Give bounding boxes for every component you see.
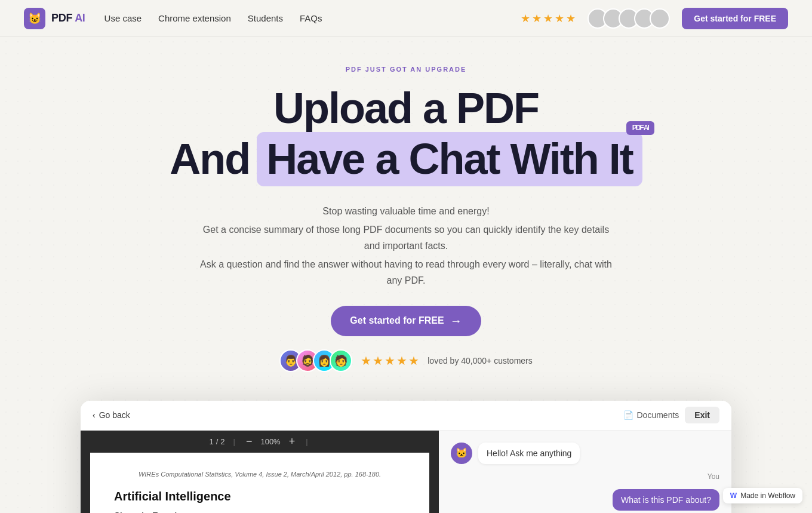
zoom-out-button[interactable]: − bbox=[244, 435, 255, 448]
pdf-page-info: 1 / 2 bbox=[209, 437, 224, 446]
hero-subtitle: Stop wasting valuable time and energy! G… bbox=[197, 203, 615, 289]
webflow-badge[interactable]: W Made in Webflow bbox=[723, 488, 802, 503]
pdf-toolbar: 1 / 2 | − 100% + | bbox=[81, 431, 439, 453]
social-proof: 👨 🧔 👩 🧑 ★ ★ ★ ★ ★ loved by 40,000+ custo… bbox=[12, 349, 800, 372]
user-message-bubble: What is this PDF about? bbox=[613, 489, 719, 511]
loved-text: loved by 40,000+ customers bbox=[427, 356, 533, 365]
chat-ai-greeting: 🐱 Hello! Ask me anything bbox=[451, 443, 719, 464]
h-star-1: ★ bbox=[361, 354, 371, 368]
hero-cta-button[interactable]: Get started for FREE → bbox=[331, 306, 481, 336]
star-3: ★ bbox=[543, 12, 553, 25]
nav-avatar-5 bbox=[650, 8, 670, 29]
h-star-3: ★ bbox=[385, 354, 395, 368]
star-4: ★ bbox=[555, 12, 564, 25]
hero-highlight-text: Have a Chat With It bbox=[266, 135, 632, 183]
go-back-label: Go back bbox=[99, 410, 130, 420]
nav-stars: ★ ★ ★ ★ ★ bbox=[521, 12, 576, 25]
documents-button[interactable]: 📄 Documents bbox=[623, 410, 679, 420]
app-topbar: ‹ Go back 📄 Documents Exit bbox=[81, 401, 731, 431]
page-sep: / bbox=[216, 437, 219, 446]
chevron-left-icon: ‹ bbox=[93, 410, 96, 420]
hero-stars: ★ ★ ★ ★ ★ bbox=[361, 354, 419, 368]
nav-link-faqs[interactable]: FAQs bbox=[300, 13, 322, 23]
page-current: 1 bbox=[209, 437, 213, 446]
nav-cta-button[interactable]: Get started for FREE bbox=[682, 8, 788, 29]
pdf-ai-badge: PDF AI bbox=[626, 121, 654, 134]
hero-highlight: Have a Chat With It PDF AI bbox=[257, 132, 642, 186]
arrow-icon: → bbox=[450, 314, 462, 328]
pdf-toolbar-inner: 1 / 2 | − 100% + | bbox=[209, 435, 310, 448]
hero-avatar-4: 🧑 bbox=[330, 349, 352, 372]
hero-subtitle-line3: Ask a question and find the answer witho… bbox=[197, 256, 615, 288]
logo-icon: 😺 bbox=[24, 8, 45, 29]
pdf-author: Gheorghe Tecuci bbox=[114, 511, 405, 513]
navbar: 😺 PDF AI Use case Chrome extension Stude… bbox=[0, 0, 812, 37]
nav-left: 😺 PDF AI Use case Chrome extension Stude… bbox=[24, 8, 322, 29]
ai-avatar: 🐱 bbox=[451, 443, 472, 464]
nav-right: ★ ★ ★ ★ ★ Get started for FREE bbox=[521, 8, 788, 29]
zoom-in-button[interactable]: + bbox=[287, 435, 298, 448]
document-icon: 📄 bbox=[623, 410, 633, 420]
hero-avatars: 👨 🧔 👩 🧑 bbox=[279, 349, 352, 372]
nav-link-use-case[interactable]: Use case bbox=[104, 13, 142, 23]
hero-section: PDF JUST GOT AN UPGRADE Upload a PDF And… bbox=[0, 37, 812, 384]
hero-cta-label: Get started for FREE bbox=[350, 315, 444, 326]
go-back-button[interactable]: ‹ Go back bbox=[93, 410, 130, 420]
hero-tagline: PDF JUST GOT AN UPGRADE bbox=[12, 66, 800, 73]
topbar-right: 📄 Documents Exit bbox=[623, 407, 720, 423]
user-label: You bbox=[708, 472, 719, 481]
toolbar-separator: | bbox=[233, 437, 235, 446]
star-1: ★ bbox=[521, 12, 530, 25]
star-2: ★ bbox=[532, 12, 542, 25]
documents-label: Documents bbox=[637, 410, 679, 420]
nav-link-chrome-extension[interactable]: Chrome extension bbox=[158, 13, 231, 23]
app-body: 1 / 2 | − 100% + | WIREs Computational S… bbox=[81, 431, 731, 513]
app-window: ‹ Go back 📄 Documents Exit 1 / bbox=[81, 401, 731, 513]
hero-subtitle-line1: Stop wasting valuable time and energy! bbox=[197, 203, 615, 219]
page-total: 2 bbox=[220, 437, 224, 446]
toolbar-separator-2: | bbox=[306, 437, 307, 446]
pdf-title: Artificial Intelligence bbox=[114, 490, 405, 503]
hero-title-line1: Upload a PDF bbox=[12, 85, 800, 132]
ai-greeting-bubble: Hello! Ask me anything bbox=[478, 443, 580, 464]
zoom-level: 100% bbox=[260, 437, 280, 446]
h-star-5: ★ bbox=[408, 354, 419, 368]
webflow-icon: W bbox=[730, 492, 737, 500]
nav-link-students[interactable]: Students bbox=[248, 13, 283, 23]
star-5: ★ bbox=[566, 12, 576, 25]
hero-subtitle-line2: Get a concise summary of those long PDF … bbox=[197, 222, 615, 254]
pdf-content: WIREs Computational Statistics, Volume 4… bbox=[90, 453, 429, 513]
app-preview: ‹ Go back 📄 Documents Exit 1 / bbox=[69, 401, 743, 513]
hero-title-line2: And Have a Chat With It PDF AI bbox=[12, 132, 800, 186]
nav-links: Use case Chrome extension Students FAQs bbox=[104, 13, 322, 23]
nav-avatars bbox=[588, 8, 670, 29]
h-star-2: ★ bbox=[373, 354, 383, 368]
chat-panel: 🐱 Hello! Ask me anything You What is thi… bbox=[439, 431, 731, 513]
logo-text: PDF AI bbox=[51, 12, 85, 24]
logo[interactable]: 😺 PDF AI bbox=[24, 8, 85, 29]
pdf-panel: 1 / 2 | − 100% + | WIREs Computational S… bbox=[81, 431, 439, 513]
h-star-4: ★ bbox=[396, 354, 407, 368]
pdf-journal-header: WIREs Computational Statistics, Volume 4… bbox=[114, 471, 405, 478]
webflow-label: Made in Webflow bbox=[740, 492, 795, 500]
hero-and-prefix: And bbox=[170, 133, 250, 185]
exit-button[interactable]: Exit bbox=[685, 407, 719, 423]
chat-user-message: You What is this PDF about? bbox=[451, 472, 719, 511]
